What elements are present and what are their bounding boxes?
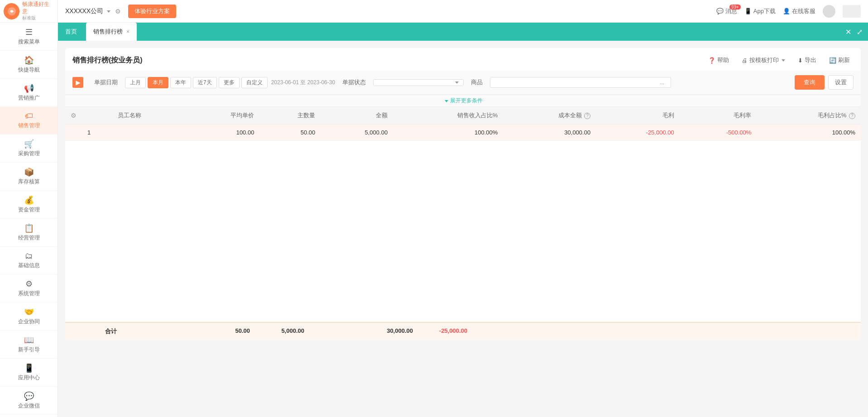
window-close-icon[interactable]: ✕ — [845, 28, 851, 36]
sidebar-item-system[interactable]: ⚙ 系统管理 — [0, 274, 58, 302]
footer-cost: 30,000.00 — [359, 327, 413, 336]
row-sales-pct: 100.00% — [393, 125, 503, 141]
sidebar-item-sales[interactable]: 🏷 销售管理 — [0, 107, 58, 134]
logo-icon — [4, 3, 19, 19]
col-settings: ⚙ — [65, 107, 82, 125]
refresh-button[interactable]: 🔄 刷新 — [825, 54, 854, 66]
sidebar-item-basic-label: 基础信息 — [18, 262, 40, 269]
tab-sales-ranking-label: 销售排行榜 — [93, 28, 123, 36]
settings-gear-icon[interactable]: ⚙ — [115, 8, 121, 15]
footer-gross: -25,000.00 — [413, 327, 467, 336]
message-button[interactable]: 💬 消息 99+ — [716, 7, 737, 15]
date-7days-btn[interactable]: 近7天 — [193, 77, 217, 88]
logo-svg — [7, 6, 17, 16]
app-label: App下载 — [753, 7, 776, 15]
tab-home-label: 首页 — [65, 28, 77, 36]
app-download-button[interactable]: 📱 App下载 — [744, 7, 776, 15]
sidebar-item-member[interactable]: 👑 畅会员 — [0, 415, 58, 417]
row-avg-price: 100.00 — [186, 125, 260, 141]
product-filter-dots[interactable]: ... — [658, 79, 666, 86]
row-qty: 50.00 — [259, 125, 321, 141]
sidebar-item-purchase[interactable]: 🛒 采购管理 — [0, 134, 58, 163]
message-badge: 99+ — [729, 5, 741, 10]
date-current-month-btn[interactable]: 本月 — [148, 77, 168, 88]
date-filter-group: 上月 本月 本年 近7天 更多 自定义 2023-06-01 至 2023-06… — [125, 77, 335, 88]
gross-pct-info-icon[interactable]: ? — [849, 113, 855, 119]
service-label: 在线客服 — [792, 7, 815, 15]
tab-sales-ranking[interactable]: 销售排行榜 × — [86, 23, 137, 41]
sidebar-item-marketing-label: 营销推广 — [18, 94, 40, 102]
tab-close-icon[interactable]: × — [126, 29, 129, 35]
sidebar-item-collab[interactable]: 🤝 企业协同 — [0, 302, 58, 331]
date-range-display: 2023-06-01 至 2023-06-30 — [271, 79, 335, 86]
col-gross: 毛利 — [596, 107, 680, 125]
sidebar-item-finance[interactable]: 💰 资金管理 — [0, 191, 58, 219]
product-filter-input[interactable]: ... — [490, 77, 671, 88]
footer-label: 合计 — [105, 327, 159, 336]
cost-info-icon[interactable]: ? — [584, 113, 590, 119]
sidebar-item-guide[interactable]: 📖 新手引导 — [0, 331, 58, 359]
row-settings — [65, 125, 82, 141]
sidebar-item-wechat[interactable]: 💬 企业微信 — [0, 387, 58, 415]
export-button[interactable]: ⬇ 导出 — [794, 54, 820, 66]
window-expand-icon[interactable]: ⤢ — [857, 28, 863, 36]
inventory-icon: 📦 — [24, 167, 34, 177]
online-service-button[interactable]: 👤 在线客服 — [783, 7, 815, 15]
sidebar-item-operations[interactable]: 📋 经营管理 — [0, 219, 58, 247]
date-last-month-btn[interactable]: 上月 — [125, 77, 146, 88]
tab-home[interactable]: 首页 — [58, 23, 84, 41]
home-icon: 🏠 — [24, 55, 34, 65]
sidebar-item-purchase-label: 采购管理 — [18, 150, 40, 158]
sidebar-item-wechat-label: 企业微信 — [18, 402, 40, 410]
logo-main-text: 畅康通好生意 — [22, 1, 54, 15]
page-header: 销售排行榜(按业务员) ❓ 帮助 🖨 按模板打印 ⬇ 导出 🔄 刷新 — [65, 48, 861, 71]
guide-icon: 📖 — [24, 335, 34, 345]
filter-area: ▶ 单据日期 上月 本月 本年 近7天 更多 自定义 2023-06-01 至 … — [65, 71, 861, 95]
expand-conditions-row: 展开更多条件 — [65, 95, 861, 107]
help-button[interactable]: ❓ 帮助 — [705, 54, 733, 66]
print-button[interactable]: 🖨 按模板打印 — [738, 54, 789, 66]
purchase-icon: 🛒 — [24, 139, 34, 149]
date-more-btn[interactable]: 更多 — [219, 77, 240, 88]
table-area: ⚙ 员工名称 平均单价 主数量 全额 销售收入占比% 成本全额 ? 毛利 — [65, 107, 861, 141]
col-amount: 全额 — [321, 107, 393, 125]
content-card: 销售排行榜(按业务员) ❓ 帮助 🖨 按模板打印 ⬇ 导出 🔄 刷新 — [65, 48, 861, 340]
query-button[interactable]: 查询 — [795, 75, 825, 90]
action-buttons: 查询 设置 — [795, 75, 854, 90]
sidebar-item-appstore[interactable]: 📱 应用中心 — [0, 359, 58, 387]
chevron-down-icon — [444, 98, 448, 104]
sidebar-item-inventory[interactable]: 📦 库存核算 — [0, 163, 58, 191]
filter-toggle-button[interactable]: ▶ — [72, 77, 83, 88]
trial-button[interactable]: 体验行业方案 — [128, 5, 176, 18]
user-name-display — [843, 5, 861, 18]
status-filter-select[interactable] — [373, 79, 464, 86]
date-custom-btn[interactable]: 自定义 — [241, 77, 268, 88]
table-body: 1 100.00 50.00 5,000.00 100.00% 30,000.0… — [65, 125, 861, 141]
row-gross-rate: -500.00% — [680, 125, 757, 141]
wechat-icon: 💬 — [24, 391, 34, 401]
collab-icon: 🤝 — [24, 307, 34, 317]
table-header: ⚙ 员工名称 平均单价 主数量 全额 销售收入占比% 成本全额 ? 毛利 — [65, 107, 861, 125]
company-selector[interactable]: XXXXXX公司 ⚙ — [65, 7, 121, 15]
sidebar-item-collab-label: 企业协同 — [18, 318, 40, 326]
table-empty-space — [65, 141, 861, 322]
status-dropdown-icon — [455, 81, 459, 84]
help-label: 帮助 — [717, 56, 729, 64]
settings-button[interactable]: 设置 — [828, 75, 854, 90]
company-dropdown-icon — [106, 8, 110, 15]
sidebar-item-shortcuts[interactable]: 🏠 快捷导航 — [0, 51, 58, 79]
column-settings-icon[interactable]: ⚙ — [71, 112, 77, 119]
main-content: 销售排行榜(按业务员) ❓ 帮助 🖨 按模板打印 ⬇ 导出 🔄 刷新 — [58, 41, 868, 417]
user-avatar[interactable] — [823, 5, 835, 18]
data-table: ⚙ 员工名称 平均单价 主数量 全额 销售收入占比% 成本全额 ? 毛利 — [65, 107, 861, 141]
row-employee — [112, 125, 186, 141]
footer-qty: 50.00 — [205, 327, 250, 336]
col-gross-pct: 毛利占比% ? — [757, 107, 861, 125]
sidebar-item-search[interactable]: ☰ 搜索菜单 — [0, 23, 58, 51]
sidebar-item-basic[interactable]: 🗂 基础信息 — [0, 247, 58, 274]
sidebar-item-marketing[interactable]: 📢 营销推广 — [0, 79, 58, 107]
date-year-btn[interactable]: 本年 — [170, 77, 191, 88]
expand-conditions-button[interactable]: 展开更多条件 — [444, 97, 483, 105]
sidebar-item-sales-label: 销售管理 — [18, 122, 40, 129]
page-actions: ❓ 帮助 🖨 按模板打印 ⬇ 导出 🔄 刷新 — [705, 54, 854, 66]
